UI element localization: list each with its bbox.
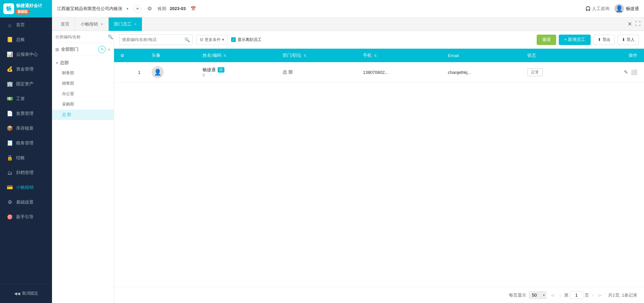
sidebar-label-guide: 新手引导: [16, 214, 34, 220]
import-button[interactable]: ⬇ 导入: [618, 35, 639, 45]
sidebar-item-archive[interactable]: 🗂 归档管理: [0, 165, 52, 180]
first-page-button[interactable]: ⊲: [549, 292, 556, 299]
page-input[interactable]: [570, 291, 583, 299]
invite-button[interactable]: 邀请: [537, 35, 556, 45]
delete-button[interactable]: ⬜: [631, 69, 637, 75]
sidebar-item-tax[interactable]: 🧾 税务管理: [0, 136, 52, 150]
archive-icon: 🗂: [7, 170, 13, 176]
dept-item-finance[interactable]: 财务部: [52, 68, 114, 78]
sidebar-item-ledger[interactable]: 📒 总账: [0, 32, 52, 47]
page-unit: 页: [585, 292, 589, 298]
row-index: 1: [131, 62, 148, 83]
settings-icon: ⚙: [7, 199, 13, 205]
show-resigned-checkbox[interactable]: ✓ 显示离职员工: [231, 37, 262, 43]
maximize-window-button[interactable]: ⛶: [635, 21, 641, 27]
content-area: 🔍 ⊞ 全部部门 ✎ « ▼ 总部 财务部 销售部: [52, 31, 644, 303]
dept-search-bar: 🔍: [52, 31, 114, 43]
human-consult-button[interactable]: 🎧 人工咨询: [585, 6, 609, 12]
employee-avatar: 👤: [152, 66, 164, 78]
dept-item-sales[interactable]: 销售部: [52, 78, 114, 89]
last-page-button[interactable]: ⊳: [596, 292, 604, 299]
tab-home[interactable]: 首页: [55, 17, 75, 31]
col-settings[interactable]: ⚙: [114, 49, 131, 62]
logo-icon: 畅: [3, 3, 14, 14]
sidebar: 畅 畅捷通好会计 旗舰版 ⌂ 首页 📒 总账 📊 云报表中心 💰 资金管理 🏢 …: [0, 0, 52, 303]
search-icon[interactable]: 🔍: [184, 37, 190, 42]
app-name: 畅捷通好会计: [16, 3, 42, 8]
prev-page-button[interactable]: ‹: [558, 292, 563, 299]
col-name-code[interactable]: 姓名/编码 ⇅: [199, 49, 279, 62]
tabs-bar: 首页 小畅报销 × 部门员工 × ✕ ⛶: [52, 17, 644, 31]
employee-name: 畅捷通: [203, 67, 216, 73]
sidebar-item-invoice[interactable]: 📄 发票管理: [0, 106, 52, 121]
sidebar-item-salary[interactable]: 💵 工资: [0, 91, 52, 106]
sidebar-item-settings[interactable]: ⚙ 基础设置: [0, 195, 52, 210]
dept-item-office[interactable]: 办公室: [52, 89, 114, 99]
assets-icon: 🏢: [7, 81, 13, 87]
close-window-button[interactable]: ✕: [628, 21, 632, 27]
sidebar-label-close: 结账: [16, 155, 25, 161]
sort-icon-name: ⇅: [223, 54, 226, 57]
home-icon: ⌂: [7, 22, 13, 28]
tab-dept-close[interactable]: ×: [134, 22, 137, 27]
more-filter-button[interactable]: ⊟ 更多条件 ▾: [196, 35, 228, 45]
next-page-button[interactable]: ›: [590, 292, 595, 299]
dept-item-general[interactable]: 总 部: [52, 110, 114, 120]
dept-item-purchase[interactable]: 采购部: [52, 99, 114, 110]
reports-icon: 📊: [7, 51, 13, 57]
export-icon: ⬆: [598, 37, 601, 42]
per-page-label: 每页显示: [509, 292, 526, 298]
export-button[interactable]: ⬆ 导出: [593, 35, 615, 45]
dept-edit-button[interactable]: ✎: [98, 46, 106, 53]
checkbox-icon: ✓: [231, 37, 236, 42]
employee-search-input[interactable]: [122, 37, 183, 42]
tab-dept-employee[interactable]: 部门员工 ×: [109, 17, 142, 31]
dept-search-input[interactable]: [55, 35, 106, 39]
employee-phone: 138070602...: [363, 70, 388, 75]
sidebar-item-capital[interactable]: 💰 资金管理: [0, 62, 52, 77]
per-page-select[interactable]: 10 20 50 100: [529, 291, 546, 299]
user-avatar: 👤: [614, 4, 624, 13]
filter-arrow: ▾: [222, 37, 224, 42]
dept-collapse-button[interactable]: «: [108, 47, 110, 52]
edit-button[interactable]: ✎: [624, 69, 628, 75]
all-dept-label: 全部部门: [61, 46, 78, 52]
col-dept-position[interactable]: 部门/职位 ⇅: [279, 49, 359, 62]
user-info[interactable]: 👤 畅捷通: [614, 4, 639, 13]
dept-search-icon[interactable]: 🔍: [108, 34, 113, 39]
cancel-fixed-button[interactable]: ◀◀ 取消固定: [0, 287, 52, 300]
cancel-fixed-label: 取消固定: [22, 291, 38, 296]
sidebar-item-reports[interactable]: 📊 云报表中心: [0, 47, 52, 62]
sidebar-item-expense[interactable]: 💳 小畅报销: [0, 180, 52, 195]
sidebar-label-home: 首页: [16, 22, 25, 28]
tab-expense[interactable]: 小畅报销 ×: [75, 17, 109, 31]
tab-expense-close[interactable]: ×: [101, 22, 103, 27]
sidebar-label-inventory: 库存核算: [16, 125, 34, 131]
add-employee-button[interactable]: + 新增员工: [559, 35, 591, 45]
import-label: 导入: [627, 37, 635, 43]
page-label: 第: [564, 292, 569, 298]
avatar-icon: 👤: [615, 5, 623, 12]
tabs-right-buttons: ✕ ⛶: [628, 21, 641, 27]
row-phone: 138070602...: [359, 62, 444, 83]
company-dropdown-button[interactable]: ▾: [126, 6, 128, 11]
sidebar-label-settings: 基础设置: [16, 199, 34, 205]
company-name: 江西服宝精品有限责任公司内账张: [57, 6, 122, 12]
toolbar: 🔍 ⊟ 更多条件 ▾ ✓ 显示离职员工 邀请 + 新增员工 ⬆ 导出: [114, 31, 644, 49]
employee-code: 0: [203, 73, 275, 78]
dept-item-sales-label: 销售部: [62, 81, 74, 86]
sidebar-item-close[interactable]: 🔒 结账: [0, 150, 52, 165]
sidebar-item-guide[interactable]: 🎯 新手引导: [0, 210, 52, 224]
sidebar-item-home[interactable]: ⌂ 首页: [0, 17, 52, 32]
add-company-button[interactable]: +: [133, 5, 142, 13]
sidebar-item-assets[interactable]: 🏢 固定资产: [0, 77, 52, 91]
row-avatar: 👤: [148, 62, 199, 83]
export-label: 导出: [602, 37, 610, 43]
settings-gear-icon[interactable]: ⚙: [145, 4, 154, 13]
calendar-icon[interactable]: 📅: [191, 6, 196, 11]
cancel-fixed-arrow: ◀◀: [14, 291, 20, 296]
sidebar-label-salary: 工资: [16, 96, 25, 102]
tax-icon: 🧾: [7, 140, 13, 146]
col-phone[interactable]: 手机 ⇅: [359, 49, 444, 62]
sidebar-item-inventory[interactable]: 📦 库存核算: [0, 121, 52, 136]
